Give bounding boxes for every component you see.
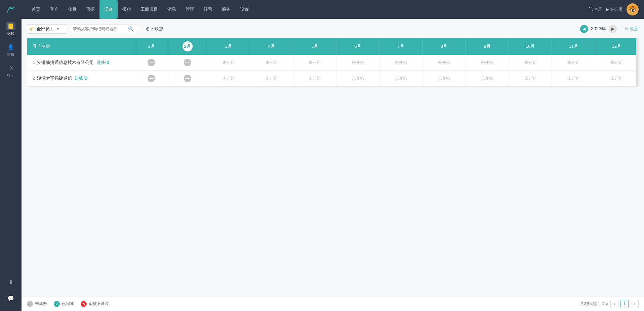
month-cell-11: 未开始 <box>552 55 595 71</box>
content-area: 🏷 全部员工 ▼ 🔍 名下账套 ◀ 2023年 ▶ ↻ 刷新 <box>22 19 644 296</box>
not-started-text: 未开始 <box>610 60 622 65</box>
month-cell-7: 未开始 <box>379 71 422 86</box>
not-started-text: 未开始 <box>223 76 235 81</box>
month-cell-3: 未开始 <box>207 71 250 86</box>
sidebar-item-ledger[interactable]: 📒 记账 <box>0 19 22 40</box>
refresh-icon: ↻ <box>625 27 629 32</box>
user-avatar[interactable]: 🐯 <box>627 3 639 15</box>
month-cell-2: — <box>168 71 207 86</box>
month-cell-9: 未开始 <box>466 55 509 71</box>
account-set-checkbox[interactable] <box>140 27 144 31</box>
sidebar-item-audit-label: 审核 <box>7 52 14 57</box>
client-search-input[interactable] <box>73 27 127 31</box>
not-started-text: 未开始 <box>438 76 450 81</box>
footer-bar: — 未建账 ✓ 已完成 ✕ 审核不通过 共2条记录，1页 ‹ 1 › <box>22 296 644 311</box>
not-started-text: 未开始 <box>352 76 364 81</box>
not-started-text: 未开始 <box>266 60 278 65</box>
col-nov: 11月 <box>552 38 595 55</box>
col-apr: 4月 <box>250 38 293 55</box>
sidebar-item-print-label: 打印 <box>7 73 14 78</box>
audit-icon: 👤 <box>6 43 15 51</box>
svg-point-0 <box>5 3 17 15</box>
status-dash-icon: — <box>148 75 155 82</box>
month-cell-7: 未开始 <box>379 55 422 71</box>
legend-rejected-label: 审核不通过 <box>89 301 109 307</box>
legend-not-built: — 未建账 <box>27 301 47 307</box>
nav-message[interactable]: 消息 <box>163 0 181 19</box>
not-started-text: 未开始 <box>481 60 493 65</box>
sidebar-item-support[interactable]: 💬 <box>0 291 22 306</box>
row-number: 2 <box>33 76 35 81</box>
sidebar-bottom: ⬇ 💬 <box>0 275 22 311</box>
nav-tax[interactable]: 报税 <box>118 0 136 19</box>
not-started-text: 未开始 <box>395 76 407 81</box>
col-aug: 8月 <box>422 38 466 55</box>
nav-service[interactable]: 服务 <box>217 0 235 19</box>
fullscreen-button[interactable]: ⛶ 全屏 <box>589 7 602 12</box>
not-started-text: 未开始 <box>223 60 235 65</box>
enter-ledger-link[interactable]: 进账簿 <box>96 60 110 65</box>
status-dash-icon: — <box>184 75 191 82</box>
month-cell-5: 未开始 <box>293 71 336 86</box>
col-may: 5月 <box>293 38 336 55</box>
account-set-label: 名下账套 <box>146 26 163 32</box>
table-body: 1安徽畅捷通信息技术有限公司进账簿——未开始未开始未开始未开始未开始未开始未开始… <box>27 55 638 86</box>
month-cell-3: 未开始 <box>207 55 250 71</box>
employee-select[interactable]: 🏷 全部员工 ▼ <box>27 24 67 34</box>
filter-bar: 🏷 全部员工 ▼ 🔍 名下账套 ◀ 2023年 ▶ ↻ 刷新 <box>27 24 639 34</box>
col-jul: 7月 <box>379 38 422 55</box>
member-button[interactable]: ▶ 畅会员 <box>606 7 622 12</box>
legend-not-built-label: 未建账 <box>35 301 47 307</box>
sidebar-item-print[interactable]: 🖨 打印 <box>0 61 22 81</box>
nav-operation[interactable]: 经营 <box>199 0 217 19</box>
sidebar-item-audit[interactable]: 👤 审核 <box>0 40 22 61</box>
refresh-label: 刷新 <box>630 26 639 32</box>
col-jun: 6月 <box>336 38 379 55</box>
month-cell-2: — <box>168 55 207 71</box>
member-play-icon: ▶ <box>606 7 609 12</box>
table-header-row: 客户名称 1月 2月 3月 4月 5月 6月 7月 8月 9月 10月 11月 … <box>27 38 638 55</box>
month-cell-12: 未开始 <box>595 55 638 71</box>
current-page-box[interactable]: 1 <box>620 300 629 308</box>
legend-completed-label: 已完成 <box>62 301 74 307</box>
member-label: 畅会员 <box>610 7 622 12</box>
col-oct: 10月 <box>509 38 552 55</box>
enter-ledger-link[interactable]: 进账簿 <box>75 76 88 81</box>
refresh-button[interactable]: ↻ 刷新 <box>625 26 639 32</box>
legend-grey-dot: — <box>27 301 33 307</box>
legend-rejected: ✕ 审核不通过 <box>81 301 109 307</box>
nav-invoice[interactable]: 票据 <box>81 0 99 19</box>
status-dash-icon: — <box>148 59 155 66</box>
employee-select-label: 全部员工 <box>37 26 54 32</box>
nav-manage[interactable]: 管理 <box>181 0 199 19</box>
prev-year-button[interactable]: ◀ <box>580 25 588 33</box>
not-started-text: 未开始 <box>524 76 536 81</box>
month-cell-11: 未开始 <box>552 71 595 86</box>
col-client-header: 客户名称 <box>27 38 135 55</box>
sidebar-item-download[interactable]: ⬇ <box>0 275 22 289</box>
not-started-text: 未开始 <box>309 60 321 65</box>
search-button[interactable]: 🔍 <box>128 26 134 32</box>
account-set-checkbox-label[interactable]: 名下账套 <box>140 26 163 32</box>
nav-bizproject[interactable]: 工商项目 <box>136 0 163 19</box>
col-dec: 12月 <box>595 38 638 55</box>
prev-page-button[interactable]: ‹ <box>610 300 618 308</box>
not-started-text: 未开始 <box>610 76 622 81</box>
table-row: 2漠澜太平畅捷通信进账簿——未开始未开始未开始未开始未开始未开始未开始未开始未开… <box>27 71 638 86</box>
ledger-table: 客户名称 1月 2月 3月 4月 5月 6月 7月 8月 9月 10月 11月 … <box>27 38 638 86</box>
total-records-text: 共2条记录，1页 <box>580 301 608 307</box>
legend-red-dot: ✕ <box>81 301 87 307</box>
month-cell-5: 未开始 <box>293 55 336 71</box>
client-search-wrap: 🔍 <box>70 25 137 33</box>
nav-ledger[interactable]: 记账 <box>99 0 118 19</box>
nav-settings[interactable]: 设置 <box>235 0 253 19</box>
client-name: 安徽畅捷通信息技术有限公司 <box>37 60 94 65</box>
not-started-text: 未开始 <box>567 60 579 65</box>
nav-home[interactable]: 首页 <box>27 0 45 19</box>
month-cell-6: 未开始 <box>336 71 379 86</box>
next-page-button[interactable]: › <box>631 300 639 308</box>
nav-billing[interactable]: 收费 <box>63 0 81 19</box>
next-year-button[interactable]: ▶ <box>609 25 617 33</box>
nav-client[interactable]: 客户 <box>45 0 63 19</box>
svg-point-1 <box>10 7 12 9</box>
